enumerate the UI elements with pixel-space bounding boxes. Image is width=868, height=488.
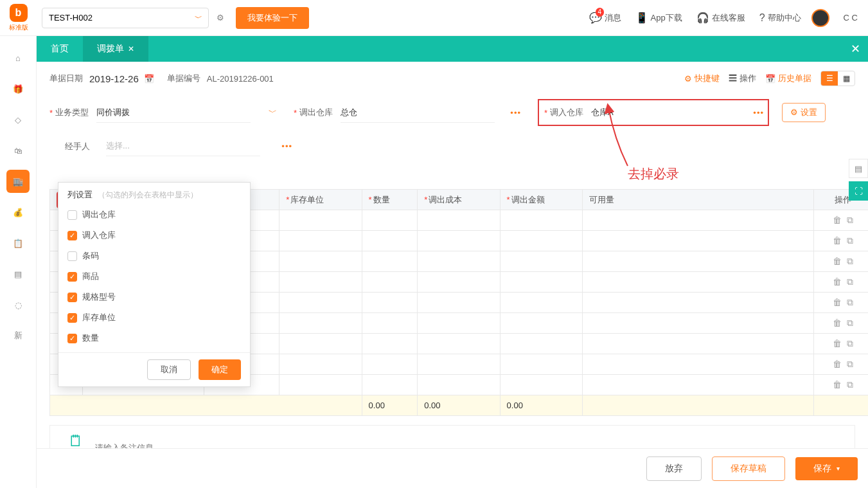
- avatar[interactable]: [811, 9, 829, 27]
- gear-icon[interactable]: ⚙: [217, 13, 224, 23]
- org-select[interactable]: ﹀: [42, 8, 209, 28]
- headset-icon: 🎧: [696, 12, 709, 24]
- logo-subtext: 标准版: [9, 23, 28, 32]
- org-select-input[interactable]: [42, 8, 209, 28]
- chevron-down-icon: ﹀: [195, 13, 202, 24]
- nav-messages[interactable]: 💬 4 消息: [589, 12, 621, 24]
- phone-icon: 📱: [635, 12, 648, 24]
- logo[interactable]: b 标准版: [0, 4, 37, 32]
- nav-service[interactable]: 🎧 在线客服: [696, 12, 745, 24]
- user-name[interactable]: C C: [844, 13, 858, 23]
- message-badge: 4: [596, 8, 605, 17]
- trial-button[interactable]: 我要体验一下: [236, 7, 309, 29]
- logo-icon: b: [10, 4, 28, 22]
- nav-help[interactable]: ? 帮助中心: [759, 12, 801, 24]
- nav-app-download[interactable]: 📱 App下载: [635, 12, 682, 24]
- help-icon: ?: [759, 12, 765, 24]
- topbar: b 标准版 ﹀ ⚙ 我要体验一下 💬 4 消息 📱 App下载 🎧 在线客服 ?…: [0, 0, 868, 36]
